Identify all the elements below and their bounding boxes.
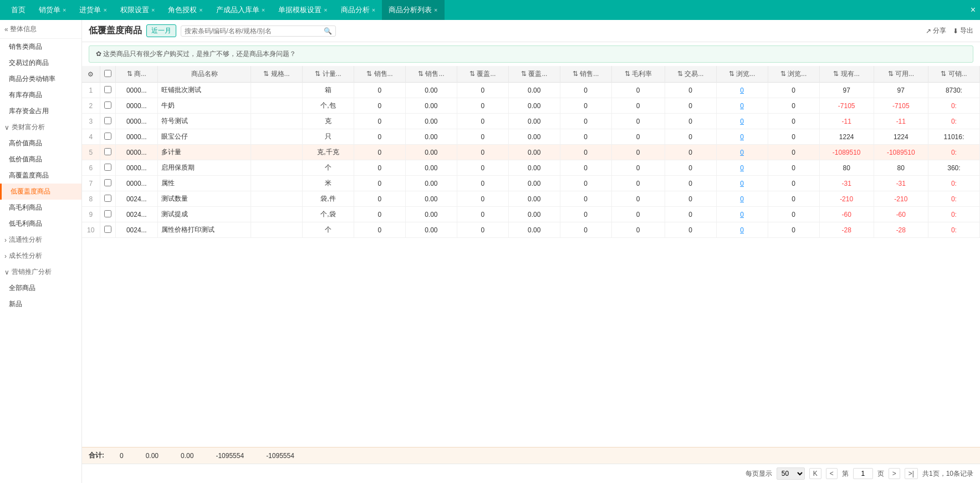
col-sales3[interactable]: ⇅ 销售...	[560, 66, 611, 83]
close-icon[interactable]: ×	[262, 7, 265, 13]
row-spec	[251, 160, 302, 176]
sidebar-item-sales-goods[interactable]: 销售类商品	[0, 39, 81, 55]
row-browse1[interactable]: 0	[716, 222, 768, 238]
row-number: 1	[82, 83, 100, 98]
row-cover1: 0	[457, 191, 508, 207]
col-sales-qty[interactable]: ⇅ 销售...	[354, 66, 405, 83]
row-browse1[interactable]: 0	[716, 176, 768, 191]
sidebar-item-low-value[interactable]: 低价值商品	[0, 151, 81, 167]
col-code[interactable]: ⇅ 商...	[115, 66, 158, 83]
row-browse1[interactable]: 0	[716, 191, 768, 207]
table-header-row: ⚙ ⇅ 商... 商品名称 ⇅ 规格... ⇅ 计量.	[82, 66, 980, 83]
row-trade: 0	[665, 83, 716, 98]
close-icon[interactable]: ×	[103, 7, 106, 13]
col-name[interactable]: 商品名称	[158, 66, 251, 83]
share-button[interactable]: ↗ 分享	[926, 26, 946, 35]
sidebar-item-category-turnover[interactable]: 商品分类动销率	[0, 71, 81, 87]
close-icon[interactable]: ×	[324, 7, 327, 13]
nav-purchase[interactable]: 进货单 ×	[73, 0, 113, 20]
close-icon[interactable]: ×	[151, 7, 155, 13]
col-checkbox[interactable]	[100, 66, 115, 83]
row-browse1[interactable]: 0	[716, 129, 768, 145]
row-checkbox[interactable]	[100, 191, 115, 207]
search-icon[interactable]: 🔍	[324, 27, 332, 35]
col-cover2[interactable]: ⇅ 覆盖...	[508, 66, 560, 83]
row-checkbox[interactable]	[100, 207, 115, 222]
sidebar-item-high-profit[interactable]: 高毛利商品	[0, 200, 81, 216]
row-profit-rate: 0	[611, 207, 665, 222]
nav-permissions[interactable]: 权限设置 ×	[114, 0, 161, 20]
close-icon[interactable]: ×	[372, 7, 375, 13]
sidebar-section-growth[interactable]: ›成长性分析	[0, 248, 81, 264]
col-available[interactable]: ⇅ 可用...	[874, 66, 928, 83]
sidebar-item-new-goods[interactable]: 新品	[0, 296, 81, 312]
sidebar-item-low-coverage[interactable]: 低覆盖度商品	[0, 184, 81, 200]
sidebar-item-high-coverage[interactable]: 高覆盖度商品	[0, 167, 81, 184]
nav-goods-analysis[interactable]: 商品分析 ×	[334, 0, 382, 20]
next-page-button[interactable]: >	[889, 468, 900, 479]
nav-home[interactable]: 首页	[4, 0, 32, 20]
row-checkbox[interactable]	[100, 98, 115, 114]
row-browse1[interactable]: 0	[716, 114, 768, 129]
row-code: 0000...	[115, 176, 158, 191]
row-checkbox[interactable]	[100, 222, 115, 238]
nav-production[interactable]: 产成品入库单 ×	[210, 0, 272, 20]
close-icon[interactable]: ×	[63, 7, 66, 13]
col-sellable[interactable]: ⇅ 可销...	[928, 66, 979, 83]
close-icon[interactable]: ×	[434, 7, 437, 13]
table-scroll-area[interactable]: ⚙ ⇅ 商... 商品名称 ⇅ 规格... ⇅ 计量.	[82, 66, 980, 447]
nav-roles[interactable]: 角色授权 ×	[161, 0, 209, 20]
close-all-tabs-button[interactable]: ×	[971, 5, 976, 15]
col-browse1[interactable]: ⇅ 浏览...	[716, 66, 768, 83]
nav-goods-analysis-list[interactable]: 商品分析列表 ×	[382, 0, 444, 20]
sidebar-section-wealth[interactable]: ∨类财富分析	[0, 119, 81, 135]
col-cover1[interactable]: ⇅ 覆盖...	[457, 66, 508, 83]
search-input[interactable]	[185, 27, 324, 35]
settings-icon[interactable]: ⚙	[88, 70, 94, 78]
sidebar-item-in-stock[interactable]: 有库存商品	[0, 87, 81, 103]
sidebar-item-traded-goods[interactable]: 交易过的商品	[0, 55, 81, 71]
sidebar-item-low-profit[interactable]: 低毛利商品	[0, 216, 81, 232]
row-checkbox[interactable]	[100, 145, 115, 160]
row-checkbox[interactable]	[100, 176, 115, 191]
row-checkbox[interactable]	[100, 129, 115, 145]
export-icon: ⬇	[953, 27, 958, 35]
close-icon[interactable]: ×	[199, 7, 202, 13]
row-checkbox[interactable]	[100, 83, 115, 98]
filter-date-button[interactable]: 近一月	[146, 24, 176, 37]
row-checkbox[interactable]	[100, 114, 115, 129]
nav-sales[interactable]: 销货单 ×	[32, 0, 73, 20]
col-settings[interactable]: ⚙	[82, 66, 100, 83]
row-browse1[interactable]: 0	[716, 83, 768, 98]
total-cover2: 0.00	[181, 452, 193, 460]
page-size-select[interactable]: 10 20 50 100	[777, 467, 805, 480]
last-page-button[interactable]: >|	[905, 468, 918, 479]
sidebar-item-all-goods[interactable]: 全部商品	[0, 280, 81, 296]
col-current-stock[interactable]: ⇅ 现有...	[819, 66, 874, 83]
col-spec[interactable]: ⇅ 规格...	[251, 66, 302, 83]
sidebar-section-circulation[interactable]: ›流通性分析	[0, 232, 81, 248]
export-button[interactable]: ⬇ 导出	[953, 26, 973, 35]
sidebar-section-marketing[interactable]: ∨营销推广分析	[0, 264, 81, 280]
nav-template[interactable]: 单据模板设置 ×	[272, 0, 334, 20]
select-all-checkbox[interactable]	[104, 70, 111, 77]
row-trade: 0	[665, 160, 716, 176]
col-profit-rate[interactable]: ⇅ 毛利率	[611, 66, 665, 83]
first-page-button[interactable]: K	[809, 468, 821, 479]
page-number-input[interactable]	[853, 468, 873, 479]
col-browse2[interactable]: ⇅ 浏览...	[768, 66, 819, 83]
row-browse1[interactable]: 0	[716, 145, 768, 160]
row-browse1[interactable]: 0	[716, 207, 768, 222]
row-cover1: 0	[457, 114, 508, 129]
sidebar-item-high-value[interactable]: 高价值商品	[0, 135, 81, 151]
row-browse1[interactable]: 0	[716, 160, 768, 176]
row-browse1[interactable]: 0	[716, 98, 768, 114]
row-checkbox[interactable]	[100, 160, 115, 176]
col-trade[interactable]: ⇅ 交易...	[665, 66, 716, 83]
prev-page-button[interactable]: <	[826, 468, 838, 479]
sidebar-toggle[interactable]: « 整体信息	[0, 20, 81, 39]
col-unit[interactable]: ⇅ 计量...	[302, 66, 354, 83]
sidebar-item-inventory-capital[interactable]: 库存资金占用	[0, 103, 81, 119]
sort-icon: ⇅	[677, 70, 683, 78]
col-sales-amt[interactable]: ⇅ 销售...	[405, 66, 457, 83]
